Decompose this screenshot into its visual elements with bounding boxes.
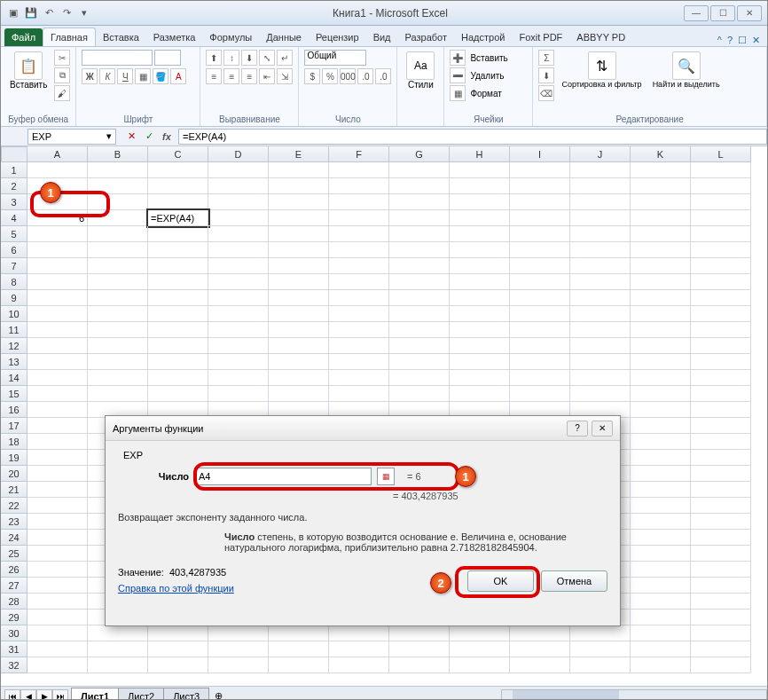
cell[interactable] (510, 226, 570, 242)
arg-input[interactable] (194, 468, 372, 485)
cell[interactable] (450, 306, 510, 322)
cell[interactable] (631, 178, 691, 194)
minimize-button[interactable]: — (684, 5, 709, 21)
row-header[interactable]: 12 (1, 338, 27, 354)
row-header[interactable]: 16 (1, 402, 27, 418)
indent-dec-icon[interactable]: ⇤ (259, 68, 275, 84)
tab-foxit[interactable]: Foxit PDF (512, 28, 569, 46)
cell[interactable] (691, 562, 751, 578)
font-size-select[interactable] (154, 50, 181, 66)
tab-layout[interactable]: Разметка (146, 28, 203, 46)
cell[interactable] (27, 578, 88, 594)
cell[interactable] (27, 482, 88, 498)
cell[interactable] (88, 322, 148, 338)
cell[interactable] (148, 641, 208, 657)
row-header[interactable]: 21 (1, 482, 27, 498)
col-H[interactable]: H (450, 146, 510, 162)
cell[interactable] (389, 274, 450, 290)
cell[interactable] (631, 418, 691, 434)
formula-input[interactable]: =EXP(A4) (178, 129, 767, 145)
tab-addins[interactable]: Надстрой (454, 28, 512, 46)
cell[interactable] (88, 290, 148, 306)
cell[interactable] (208, 162, 269, 178)
cell[interactable] (88, 641, 148, 657)
merge-icon[interactable]: ⇲ (277, 68, 293, 84)
cell[interactable] (269, 178, 329, 194)
cell[interactable] (691, 641, 751, 657)
cell[interactable]: 6 (27, 210, 88, 226)
enter-formula-icon[interactable]: ✓ (141, 129, 157, 145)
cell[interactable] (208, 322, 269, 338)
cell[interactable] (88, 274, 148, 290)
cell[interactable] (631, 370, 691, 386)
cell[interactable] (389, 226, 450, 242)
cell[interactable] (450, 290, 510, 306)
comma-icon[interactable]: 000 (340, 68, 356, 84)
col-F[interactable]: F (329, 146, 389, 162)
cell[interactable] (631, 386, 691, 402)
cell[interactable] (27, 370, 88, 386)
cell[interactable] (450, 274, 510, 290)
tab-review[interactable]: Рецензир (309, 28, 366, 46)
autosum-icon[interactable]: Σ (538, 50, 554, 66)
cell[interactable] (27, 162, 88, 178)
cell[interactable] (269, 322, 329, 338)
cell[interactable] (389, 194, 450, 210)
cell[interactable] (389, 354, 450, 370)
align-right-icon[interactable]: ≡ (241, 68, 257, 84)
font-color-icon[interactable]: A (170, 68, 186, 84)
cell[interactable] (329, 258, 389, 274)
row-header[interactable]: 5 (1, 226, 27, 242)
cell[interactable] (691, 290, 751, 306)
cell[interactable] (510, 370, 570, 386)
col-B[interactable]: B (88, 146, 148, 162)
cell[interactable] (269, 657, 329, 673)
cell[interactable] (148, 354, 208, 370)
cell[interactable] (691, 610, 751, 625)
cell[interactable] (691, 354, 751, 370)
cell[interactable] (208, 194, 269, 210)
cell[interactable] (27, 194, 88, 210)
cell[interactable] (208, 258, 269, 274)
cell[interactable] (631, 354, 691, 370)
ribbon-options-icon[interactable]: ☐ (738, 35, 747, 46)
cell[interactable] (27, 226, 88, 242)
cell[interactable] (691, 306, 751, 322)
cell[interactable] (450, 641, 510, 657)
row-header[interactable]: 14 (1, 370, 27, 386)
cell[interactable] (389, 370, 450, 386)
cell[interactable] (329, 354, 389, 370)
sheet-tab-2[interactable]: Лист2 (118, 688, 164, 700)
cell[interactable] (27, 450, 88, 466)
cell[interactable] (208, 641, 269, 657)
cell[interactable] (510, 194, 570, 210)
fx-icon[interactable]: fx (159, 129, 175, 145)
range-selector-icon[interactable]: ▦ (377, 468, 395, 485)
cell[interactable] (269, 338, 329, 354)
spreadsheet-grid[interactable]: A B C D E F G H I J K L 12346=EXP(A4)567… (1, 146, 767, 686)
cell[interactable] (570, 162, 631, 178)
cell[interactable] (329, 370, 389, 386)
row-header[interactable]: 29 (1, 610, 27, 625)
insert-cell-icon[interactable]: ➕ (450, 50, 466, 66)
cell[interactable] (88, 162, 148, 178)
cell[interactable] (691, 226, 751, 242)
cell[interactable] (631, 434, 691, 450)
clear-icon[interactable]: ⌫ (538, 85, 554, 101)
format-cell-label[interactable]: Формат (467, 89, 502, 98)
cell[interactable] (691, 530, 751, 546)
cell[interactable] (691, 578, 751, 594)
cell[interactable] (691, 625, 751, 641)
cell[interactable] (27, 514, 88, 530)
cell[interactable] (691, 482, 751, 498)
cell[interactable] (27, 258, 88, 274)
cell[interactable] (269, 274, 329, 290)
cell[interactable] (510, 354, 570, 370)
cell[interactable] (208, 338, 269, 354)
cell[interactable] (691, 546, 751, 562)
cell[interactable] (27, 641, 88, 657)
col-C[interactable]: C (148, 146, 208, 162)
fill-color-icon[interactable]: 🪣 (153, 68, 168, 84)
tab-abbyy[interactable]: ABBYY PD (569, 28, 632, 46)
cell[interactable] (269, 370, 329, 386)
